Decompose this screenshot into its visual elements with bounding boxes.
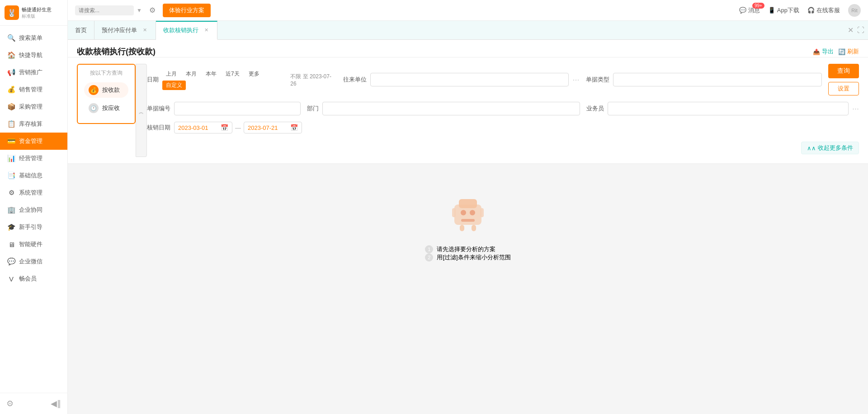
collapse-bar: ∧∧ 收起更多条件: [147, 140, 859, 157]
topbar: ▼ ⚙ 体验行业方案 💬 消息 99+ 📱 App下载 🎧 在线客服 Rit: [68, 0, 868, 21]
filter-group-dept: 部门: [307, 102, 580, 115]
salesperson-dots[interactable]: ···: [852, 104, 859, 114]
sidebar-logo: 🐰 畅捷通好生意 标准版: [0, 0, 67, 26]
tab-collection-close[interactable]: ✕: [203, 27, 210, 33]
tab-fullscreen-icon[interactable]: ⛶: [857, 26, 864, 34]
date-chips: 上月 本月 本年 近7天 更多 自定义: [162, 69, 287, 90]
page-title: 收款核销执行(按收款): [77, 46, 156, 57]
sidebar-item-guide[interactable]: 🎓 新手引导: [0, 219, 67, 236]
verify-date-label: 核销日期: [147, 124, 170, 132]
topbar-right: 💬 消息 99+ 📱 App下载 🎧 在线客服 Rit: [739, 4, 861, 17]
empty-robot-illustration: [445, 191, 491, 236]
sidebar-item-marketing[interactable]: 📢 营销推广: [0, 64, 67, 81]
gear-setting-icon[interactable]: ⚙: [149, 6, 156, 14]
tab-prepay-close[interactable]: ✕: [142, 27, 148, 33]
sidebar-item-purchase[interactable]: 📦 采购管理: [0, 98, 67, 115]
tab-home[interactable]: 首页: [68, 21, 94, 40]
user-avatar[interactable]: Rit: [848, 4, 861, 17]
logo-icon: 🐰: [5, 5, 19, 20]
search-icon: 🔍: [7, 34, 15, 42]
settings-icon[interactable]: ⚙: [6, 399, 14, 409]
tab-prepay[interactable]: 预付冲应付单 ✕: [94, 21, 156, 40]
online-service-btn[interactable]: 🎧 在线客服: [807, 6, 840, 14]
filter-group-salesperson: 业务员 ···: [586, 102, 859, 115]
message-icon: 💬: [739, 7, 746, 14]
date-chip-last-month[interactable]: 上月: [162, 69, 180, 79]
filter-right: 日期 上月 本月 本年 近7天 更多 自定义 不限 至 2023-07-26: [147, 64, 859, 157]
date-chip-this-year[interactable]: 本年: [202, 69, 220, 79]
sidebar-item-basics[interactable]: 📑 基础信息: [0, 167, 67, 184]
filter-row-2: 单据编号 部门 业务员 ···: [147, 102, 859, 115]
verify-date-start-input[interactable]: [178, 124, 219, 131]
filter-panel-collapse-btn[interactable]: 《: [136, 64, 147, 157]
brand-search-input[interactable]: [75, 5, 134, 15]
verify-date-start-wrap[interactable]: 📅: [174, 122, 232, 133]
collapse-sidebar-btn[interactable]: ◀‖: [51, 399, 61, 409]
refresh-icon: 🔄: [838, 48, 845, 55]
sidebar-item-search[interactable]: 🔍 搜索菜单: [0, 29, 67, 47]
sidebar-item-hardware[interactable]: 🖥 智能硬件: [0, 236, 67, 253]
sidebar-nav: 🔍 搜索菜单 🏠 快捷导航 📢 营销推广 💰 销售管理 📦 采购管理 📋 库存核…: [0, 26, 67, 393]
calendar-end-icon[interactable]: 📅: [290, 124, 298, 131]
message-btn[interactable]: 💬 消息 99+: [739, 6, 760, 14]
service-icon: 🎧: [807, 7, 815, 14]
counterpart-dots[interactable]: ···: [572, 75, 579, 85]
content-area: 收款核销执行(按收款) 📤 导出 🔄 刷新 按以下方查询 💰: [68, 40, 868, 414]
doc-type-select[interactable]: [613, 73, 822, 86]
receivable-icon: 🕐: [89, 103, 99, 113]
svg-rect-4: [461, 219, 475, 222]
sidebar-item-member[interactable]: V 畅会员: [0, 270, 67, 287]
date-chip-this-month[interactable]: 本月: [182, 69, 200, 79]
salesperson-label: 业务员: [586, 105, 604, 113]
sidebar-item-system[interactable]: ⚙ 系统管理: [0, 184, 67, 201]
message-badge: 99+: [752, 3, 764, 9]
setting-button[interactable]: 设置: [828, 82, 859, 95]
verify-date-range: 📅 — 📅: [174, 122, 302, 133]
verify-date-end-input[interactable]: [248, 124, 288, 131]
svg-rect-7: [460, 225, 464, 231]
export-button[interactable]: 📤 导出: [813, 48, 834, 56]
app-download-btn[interactable]: 📱 App下载: [768, 6, 799, 14]
guide-icon: 🎓: [7, 223, 15, 231]
filter-inner: 按以下方查询 💰 按收款 🕐 按应收 《: [68, 57, 868, 163]
dept-label: 部门: [307, 105, 319, 113]
query-button[interactable]: 查询: [828, 64, 859, 78]
tab-close-all-icon[interactable]: ✕: [848, 26, 854, 34]
empty-tip-1: 1 请先选择要分析的方案: [425, 245, 510, 253]
date-chip-more[interactable]: 更多: [245, 69, 263, 79]
sidebar-item-capital[interactable]: 💳 资金管理: [0, 133, 67, 150]
calendar-start-icon[interactable]: 📅: [221, 124, 228, 131]
filter-option-by-receivable[interactable]: 🕐 按应收: [84, 100, 128, 116]
brand-dropdown-icon[interactable]: ▼: [137, 7, 142, 14]
collapse-more-btn[interactable]: ∧∧ 收起更多条件: [801, 142, 859, 154]
dept-select[interactable]: [322, 102, 580, 115]
verify-date-end-wrap[interactable]: 📅: [244, 122, 302, 133]
filter-option-by-collection[interactable]: 💰 按收款: [84, 82, 128, 98]
solution-button[interactable]: 体验行业方案: [163, 4, 211, 17]
filter-section: 按以下方查询 💰 按收款 🕐 按应收 《: [68, 57, 868, 164]
counterpart-label: 往来单位: [343, 76, 367, 84]
sidebar-item-sales[interactable]: 💰 销售管理: [0, 81, 67, 98]
page-header-row: 收款核销执行(按收款) 📤 导出 🔄 刷新: [68, 40, 868, 57]
tab-bar: 首页 预付冲应付单 ✕ 收款核销执行 ✕ ✕ ⛶: [68, 21, 868, 40]
date-chip-7days[interactable]: 近7天: [222, 69, 243, 79]
query-btn-wrap: 查询 设置: [828, 64, 859, 95]
wechat-icon: 💬: [7, 257, 15, 266]
filter-group-verify-date: 核销日期 📅 — 📅: [147, 122, 859, 133]
sidebar-item-enterprise[interactable]: 🏢 企业协同: [0, 201, 67, 219]
sidebar-item-operation[interactable]: 📊 经营管理: [0, 150, 67, 167]
sidebar-item-shortcut[interactable]: 🏠 快捷导航: [0, 47, 67, 64]
refresh-button[interactable]: 🔄 刷新: [838, 48, 859, 56]
svg-rect-8: [472, 225, 476, 231]
date-chip-custom[interactable]: 自定义: [162, 81, 186, 90]
filter-group-doc-type: 单据类型: [586, 73, 822, 86]
sidebar-item-inventory[interactable]: 📋 库存核算: [0, 115, 67, 133]
counterpart-input[interactable]: [370, 73, 569, 86]
sidebar-item-wechat[interactable]: 💬 企业微信: [0, 253, 67, 270]
tab-collection[interactable]: 收款核销执行 ✕: [156, 21, 217, 40]
sidebar: 🐰 畅捷通好生意 标准版 🔍 搜索菜单 🏠 快捷导航 📢 营销推广 💰 销售管理…: [0, 0, 68, 414]
tab-bar-right: ✕ ⛶: [848, 26, 868, 34]
salesperson-input[interactable]: [608, 102, 849, 115]
main-area: ▼ ⚙ 体验行业方案 💬 消息 99+ 📱 App下载 🎧 在线客服 Rit: [68, 0, 868, 414]
doc-no-input[interactable]: [174, 102, 301, 115]
